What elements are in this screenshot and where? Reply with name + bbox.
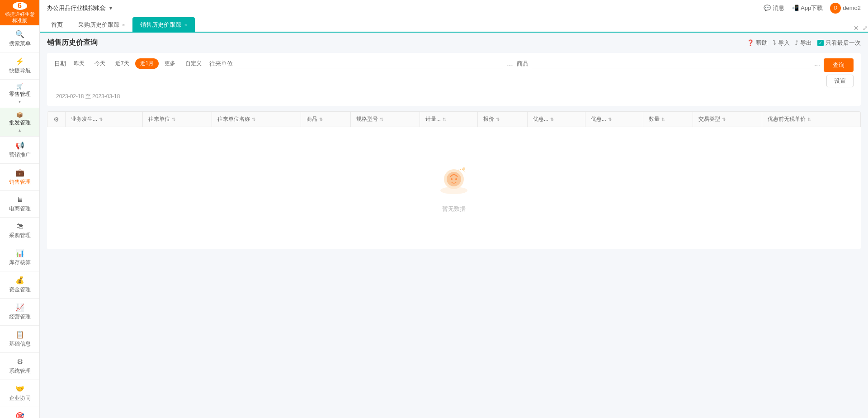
app-download-button[interactable]: 📲 App下载 [792,4,823,12]
col-partner-name-label: 往来单位名称 [217,115,250,123]
goods-filter-group: 商品 ... [517,59,820,68]
tab-purchase-label: 采购历史价跟踪 [78,21,119,29]
sort-discount2-icon: ⇅ [608,117,612,122]
date-btn-7days[interactable]: 近7天 [111,58,133,69]
download-icon: 📲 [792,5,799,11]
help-button[interactable]: ❓ 帮助 [747,39,768,47]
sort-qty-icon: ⇅ [661,117,665,122]
maximize-window-icon[interactable]: ⤢ [863,24,868,32]
partner-dots[interactable]: ... [507,60,513,68]
col-goods-label: 商品 [307,115,317,123]
query-button[interactable]: 查询 [824,58,854,72]
sidebar-item-label: 营销推广 [9,151,31,159]
sidebar-item-wholesale[interactable]: 📦 批发管理 ▴ [0,108,40,137]
sidebar-item-ecom[interactable]: 🖥 电商管理 [0,191,40,218]
date-btn-1month[interactable]: 近1月 [135,58,159,69]
date-btn-custom[interactable]: 自定义 [181,58,206,69]
col-spec[interactable]: 规格型号 ⇅ [350,112,420,127]
import-button[interactable]: ⤵ 导入 [773,39,790,47]
sidebar-item-label: 零售管理 [9,90,31,98]
sidebar-item-label: 经营管理 [9,313,31,321]
sidebar: 6 畅捷通好生意 标准版 🔍 搜索菜单 ⚡ 快捷导航 🛒 零售管理 ▾ 📦 批发… [0,0,40,418]
sidebar-item-shortcut[interactable]: ⚡ 快捷导航 [0,52,40,80]
sort-partner-name-icon: ⇅ [252,117,255,122]
date-btn-yesterday[interactable]: 昨天 [70,58,89,69]
tab-purchase-close[interactable]: × [122,22,125,28]
sidebar-item-label: 资金管理 [9,286,31,294]
col-partner-name[interactable]: 往来单位名称 ⇅ [212,112,301,127]
wholesale-arrow: ▴ [19,128,21,133]
col-discount1[interactable]: 优惠... ⇅ [527,112,585,127]
sidebar-item-marketing[interactable]: 📢 营销推广 [0,137,40,164]
partner-filter-group: 往来单位 ... [209,59,513,68]
col-unit[interactable]: 计量... ⇅ [420,112,477,127]
col-trade-type[interactable]: 交易类型 ⇅ [693,112,762,127]
sidebar-item-label: 批发管理 [9,119,31,127]
sidebar-item-finance[interactable]: 💰 资金管理 [0,271,40,299]
tab-sales-close[interactable]: × [184,22,187,28]
goods-dots[interactable]: ... [814,60,820,68]
sidebar-item-purchase[interactable]: 🛍 采购管理 [0,218,40,244]
svg-point-3 [451,178,453,180]
topbar-right: 💬 消息 📲 App下载 D demo2 [764,3,861,14]
sidebar-item-basic[interactable]: 📋 基础信息 [0,326,40,353]
sort-trade-type-icon: ⇅ [722,117,726,122]
sidebar-item-search-menu[interactable]: 🔍 搜索菜单 [0,25,40,52]
goods-input[interactable] [532,59,811,68]
col-quote[interactable]: 报价 ⇅ [477,112,527,127]
app-download-label: App下载 [801,4,823,12]
operation-icon: 📈 [15,303,24,312]
app-logo: 6 畅捷通好生意 标准版 [0,0,40,25]
enterprise-icon: 🤝 [15,385,24,393]
sidebar-item-sales[interactable]: 💼 销售管理 [0,164,40,191]
sidebar-item-retail[interactable]: 🛒 零售管理 ▾ [0,80,40,108]
date-btn-more[interactable]: 更多 [160,58,179,69]
sidebar-item-label: 电商管理 [9,205,31,213]
username: demo2 [843,5,861,11]
col-biz-date[interactable]: 业务发生... ⇅ [66,112,143,127]
tab-sales-track[interactable]: 销售历史价跟踪 × [132,17,194,32]
finance-icon: 💰 [15,276,24,285]
retail-arrow: ▾ [19,99,21,104]
guide-icon: 🎯 [15,412,24,418]
tab-purchase-track[interactable]: 采购历史价跟踪 × [71,17,132,32]
partner-input[interactable] [236,59,503,68]
date-label: 日期 [54,60,66,68]
col-goods[interactable]: 商品 ⇅ [301,112,350,127]
sales-icon: 💼 [15,168,24,177]
page-content: 销售历史价查询 ❓ 帮助 ⤵ 导入 ⤴ 导出 ✓ 只看最后一次 [40,33,868,418]
setting-button[interactable]: 设置 [826,75,854,87]
close-window-icon[interactable]: ✕ [854,24,859,32]
col-discount2[interactable]: 优惠... ⇅ [585,112,643,127]
app-logo-text: 畅捷通好生意 [5,11,35,17]
table-settings-icon[interactable]: ⚙ [53,116,59,123]
sidebar-item-system[interactable]: ⚙ 系统管理 [0,353,40,380]
table-header-row: ⚙ 业务发生... ⇅ 往来单位 ⇅ [47,112,861,127]
window-controls: ✕ ⤢ [854,24,868,32]
sidebar-item-inventory[interactable]: 📊 库存核算 [0,244,40,271]
main-content: 办公用品行业模拟账套 ▾ 💬 消息 📲 App下载 D demo2 首页 采购历… [40,0,868,418]
empty-text: 暂无数据 [442,205,466,213]
sort-spec-icon: ⇅ [380,117,383,122]
date-buttons: 昨天 今天 近7天 近1月 更多 自定义 [70,58,206,69]
filter-bar: 日期 昨天 今天 近7天 近1月 更多 自定义 往来单位 [47,53,861,106]
col-qty[interactable]: 数量 ⇅ [643,112,693,127]
sort-biz-date-icon: ⇅ [99,117,103,122]
topbar-dropdown-icon[interactable]: ▾ [109,5,112,11]
goods-label: 商品 [517,60,528,68]
col-no-tax-price[interactable]: 优惠前无税单价 ⇅ [762,112,860,127]
col-quote-label: 报价 [483,115,494,123]
user-avatar: D [830,3,841,14]
date-btn-today[interactable]: 今天 [90,58,109,69]
topbar: 办公用品行业模拟账套 ▾ 💬 消息 📲 App下载 D demo2 [40,0,868,16]
sidebar-item-operation[interactable]: 📈 经营管理 [0,299,40,326]
svg-point-5 [462,167,465,170]
message-button[interactable]: 💬 消息 [764,4,784,12]
user-profile[interactable]: D demo2 [830,3,861,14]
tab-home[interactable]: 首页 [43,17,71,32]
export-button[interactable]: ⤴ 导出 [795,39,812,47]
sidebar-item-enterprise[interactable]: 🤝 企业协同 [0,380,40,407]
col-partner-code[interactable]: 往来单位 ⇅ [143,112,212,127]
only-last-checkbox[interactable]: ✓ 只看最后一次 [817,39,861,47]
sidebar-item-guide[interactable]: 🎯 新手引导 [0,407,40,418]
